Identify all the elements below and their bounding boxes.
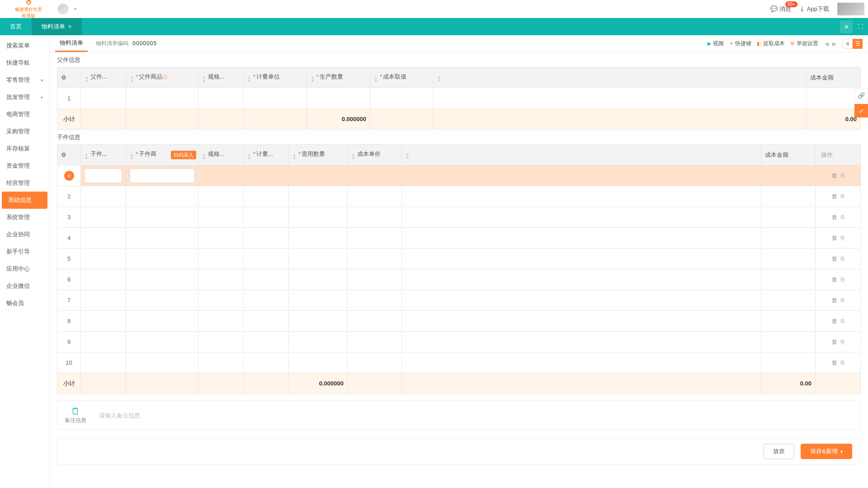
scan-entry-button[interactable]: 扫码录入 (171, 150, 196, 159)
delete-row-icon[interactable]: 🗑 (831, 172, 837, 179)
sidebar-item[interactable]: 企业协同 (0, 226, 49, 243)
sidebar-item[interactable]: 系统管理 (0, 209, 49, 226)
table-row[interactable]: 5🗑⎘ (57, 249, 861, 269)
gear-icon[interactable]: ⚙ (61, 74, 66, 81)
video-help-button[interactable]: ▶视频 (708, 40, 724, 47)
copy-row-icon[interactable]: ⎘ (841, 193, 844, 200)
sidebar-item[interactable]: 搜索菜单 (0, 37, 49, 54)
sidebar-item[interactable]: 应用中心 (0, 260, 49, 277)
remark-input[interactable] (94, 412, 860, 419)
table-row[interactable]: +🗑⎘ (57, 165, 861, 186)
hotkey-button[interactable]: ✳快捷键 (729, 40, 751, 47)
app-download-button[interactable]: ⭳ App下载 (799, 5, 829, 13)
sidebar-item[interactable]: 采购管理 (0, 123, 49, 140)
document-code-label: 物料清单编码 (96, 40, 128, 47)
delete-row-icon[interactable]: 🗑 (831, 255, 837, 262)
col-child-unitcost[interactable]: ▲▼成本单价 (348, 145, 402, 165)
row-index: 3 (57, 207, 81, 228)
table-row[interactable]: 7🗑⎘ (57, 290, 861, 311)
copy-row-icon[interactable]: ⎘ (841, 235, 844, 241)
tab-bom[interactable]: 物料清单 ✕ (32, 18, 82, 35)
fullscreen-toggle[interactable]: ⛶ (856, 23, 864, 31)
form-view-button[interactable]: ☰ (853, 39, 863, 49)
col-parent-unit[interactable]: ▲▼*计量单位 (244, 67, 307, 88)
table-row[interactable]: 4🗑⎘ (57, 228, 861, 249)
copy-row-icon[interactable]: ⎘ (841, 214, 844, 221)
copy-row-icon[interactable]: ⎘ (841, 172, 844, 179)
delete-row-icon[interactable]: 🗑 (831, 214, 837, 221)
table-row[interactable]: 10🗑⎘ (57, 352, 861, 373)
row-index: 10 (57, 352, 81, 373)
table-row[interactable]: 9🗑⎘ (57, 332, 861, 352)
sidebar-item[interactable]: 零售管理▾ (0, 71, 49, 89)
prev-record-button[interactable]: ◀ (824, 41, 830, 47)
delete-row-icon[interactable]: 🗑 (831, 359, 837, 366)
copy-row-icon[interactable]: ⎘ (841, 338, 844, 345)
sidebar-item-label: 经营管理 (6, 179, 30, 187)
next-record-button[interactable]: ▶ (831, 41, 837, 47)
copy-row-icon[interactable]: ⎘ (841, 276, 844, 283)
extract-cost-button[interactable]: ◧提取成本 (757, 40, 785, 47)
attachment-button[interactable]: 🔗 (854, 89, 868, 102)
copy-row-icon[interactable]: ⎘ (841, 318, 844, 324)
list-view-button[interactable]: ≡ (843, 39, 853, 49)
document-title-tab[interactable]: 物料清单 (55, 35, 88, 52)
col-child-costamt[interactable]: 成本金额 (761, 145, 816, 165)
col-child-qty[interactable]: ▲▼*需用数量 (289, 145, 348, 165)
delete-row-icon[interactable]: 🗑 (831, 276, 837, 283)
col-parent-product[interactable]: ▲▼*父件商品ⓘ (126, 67, 198, 88)
copy-row-icon[interactable]: ⎘ (841, 255, 844, 262)
doc-settings-button[interactable]: ⚙单据设置 (790, 40, 818, 47)
add-row-button[interactable]: + (64, 171, 74, 181)
delete-row-icon[interactable]: 🗑 (831, 338, 837, 345)
table-row[interactable]: 3🗑⎘ (57, 207, 861, 228)
tenant-switcher[interactable]: ▾ (58, 4, 76, 14)
expand-button[interactable]: ⤢ (854, 104, 868, 117)
col-parent-code[interactable]: ▲▼父件... (81, 67, 126, 88)
child-section-title: 子件信息 (57, 133, 861, 141)
tab-home[interactable]: 首页 (0, 18, 32, 35)
side-float-toolbar: 🔗 ⤢ (854, 89, 868, 117)
delete-row-icon[interactable]: 🗑 (831, 193, 837, 200)
close-icon[interactable]: ✕ (68, 24, 72, 30)
sidebar-item[interactable]: 经营管理 (0, 174, 49, 192)
note-icon: 🗒 (57, 406, 94, 417)
copy-row-icon[interactable]: ⎘ (841, 297, 844, 304)
child-code-input[interactable] (85, 169, 122, 183)
user-avatar[interactable] (837, 3, 864, 15)
col-parent-costamt[interactable]: 成本金额 (807, 67, 861, 88)
sidebar-item[interactable]: 资金管理 (0, 157, 49, 174)
save-and-new-button[interactable]: 保存&新增▾ (801, 444, 852, 459)
close-all-tabs-button[interactable]: ✕ (840, 20, 853, 33)
child-product-input[interactable] (130, 169, 194, 183)
discard-button[interactable]: 放弃 (764, 444, 794, 459)
table-row[interactable]: 8🗑⎘ (57, 311, 861, 332)
sidebar-item[interactable]: 基础信息 (2, 192, 47, 209)
messages-button[interactable]: 💬 消息 99+ (770, 5, 791, 13)
record-pager: ◀ ▶ (824, 41, 837, 47)
parent-section: 父件信息 ⚙ ▲▼父件... ▲▼*父件商品ⓘ ▲▼规格... ▲▼*计量单位 … (50, 52, 868, 130)
col-child-spec[interactable]: ▲▼规格... (198, 145, 244, 165)
col-child-code[interactable]: ▲▼子件... (81, 145, 126, 165)
sidebar-item[interactable]: 新手引导 (0, 243, 49, 260)
sidebar-item[interactable]: 批发管理▾ (0, 89, 49, 106)
sidebar-item[interactable]: 快捷导航 (0, 54, 49, 71)
gear-icon[interactable]: ⚙ (61, 151, 66, 158)
delete-row-icon[interactable]: 🗑 (831, 318, 837, 324)
table-row[interactable]: 6🗑⎘ (57, 269, 861, 290)
col-child-unit[interactable]: ▲▼*计量... (244, 145, 289, 165)
table-row[interactable]: 1 (57, 88, 861, 109)
delete-row-icon[interactable]: 🗑 (831, 235, 837, 241)
sidebar-item[interactable]: 电商管理 (0, 106, 49, 123)
sidebar-item[interactable]: 畅会员 (0, 295, 49, 312)
col-parent-spec[interactable]: ▲▼规格... (198, 67, 244, 88)
help-icon[interactable]: ⓘ (162, 74, 167, 80)
col-parent-qty[interactable]: ▲▼*生产数量 (307, 67, 370, 88)
sidebar-item[interactable]: 库存核算 (0, 140, 49, 157)
col-child-product[interactable]: ▲▼*子件商扫码录入 (126, 145, 198, 165)
sidebar-item[interactable]: 企业微信 (0, 277, 49, 295)
copy-row-icon[interactable]: ⎘ (841, 359, 844, 366)
table-row[interactable]: 2🗑⎘ (57, 186, 861, 207)
col-parent-costsrc[interactable]: ▲▼*成本取值 (370, 67, 434, 88)
delete-row-icon[interactable]: 🗑 (831, 297, 837, 304)
